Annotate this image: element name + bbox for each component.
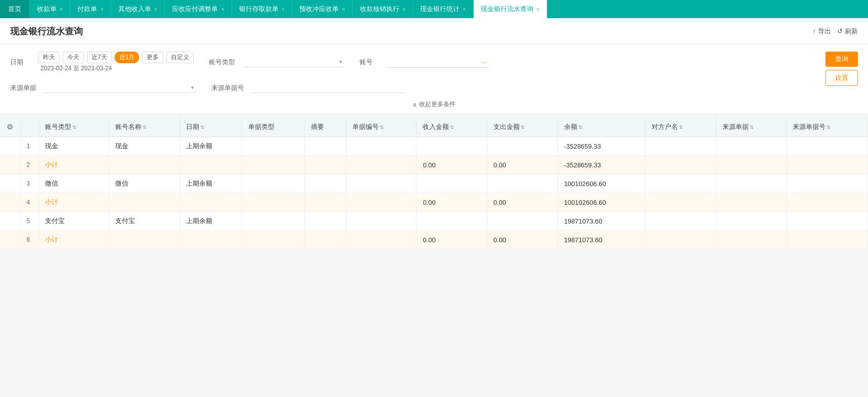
doc-type-cell bbox=[242, 212, 305, 231]
account-type-cell: 小计 bbox=[38, 231, 109, 249]
col-account-type-header[interactable]: 账号类型⇅ bbox=[38, 117, 109, 137]
col-expense-header[interactable]: 支出金额⇅ bbox=[487, 117, 558, 137]
table-row: 1现金现金上期余额-3528659.33 bbox=[0, 137, 868, 156]
close-icon[interactable]: × bbox=[536, 6, 539, 12]
close-icon[interactable]: × bbox=[402, 6, 405, 12]
settings-cell bbox=[0, 193, 20, 212]
tab-writeoff[interactable]: 收款核销执行 × bbox=[353, 0, 413, 18]
source-doc-cell bbox=[716, 212, 787, 231]
close-icon[interactable]: × bbox=[100, 6, 103, 12]
sort-icon: ⇅ bbox=[72, 124, 76, 130]
col-summary-header[interactable]: 摘要 bbox=[304, 117, 346, 137]
date-custom[interactable]: 自定义 bbox=[166, 52, 194, 63]
source-doc-cell bbox=[716, 231, 787, 249]
date-today[interactable]: 今天 bbox=[63, 52, 84, 63]
close-icon[interactable]: × bbox=[282, 6, 285, 12]
nav-home[interactable]: 首页 bbox=[0, 0, 30, 18]
close-icon[interactable]: × bbox=[154, 6, 157, 12]
col-doc-type-header[interactable]: 单据类型 bbox=[242, 117, 305, 137]
sort-icon: ⇅ bbox=[380, 124, 384, 130]
account-type-cell: 现金 bbox=[38, 137, 109, 156]
tab-adjustment[interactable]: 应收应付调整单 × bbox=[165, 0, 232, 18]
balance-cell: 100102606.60 bbox=[558, 193, 646, 212]
doc-no-cell bbox=[346, 156, 417, 174]
date-yesterday[interactable]: 昨天 bbox=[38, 52, 60, 63]
counterpart-cell bbox=[646, 174, 716, 193]
sort-icon: ⇅ bbox=[521, 124, 525, 130]
source-doc-no-cell bbox=[787, 174, 868, 193]
balance-cell: 100102606.60 bbox=[558, 174, 646, 193]
settings-cell bbox=[0, 156, 20, 174]
doc-type-cell bbox=[242, 174, 305, 193]
balance-cell: -3528659.33 bbox=[558, 137, 646, 156]
export-icon: ↑ bbox=[813, 27, 816, 35]
tab-receipt[interactable]: 收款单 × bbox=[30, 0, 70, 18]
source-doc-no-cell bbox=[787, 137, 868, 156]
source-doc-label: 来源单据 bbox=[10, 83, 36, 93]
summary-cell bbox=[304, 231, 346, 249]
query-button[interactable]: 查询 bbox=[826, 52, 858, 67]
tab-bank-flow[interactable]: 现金银行流水查询 × bbox=[474, 0, 547, 18]
col-counterpart-header[interactable]: 对方户名⇅ bbox=[646, 117, 716, 137]
date-1month[interactable]: 近1月 bbox=[115, 52, 140, 63]
account-name-cell bbox=[109, 193, 180, 212]
index-cell: 2 bbox=[20, 156, 38, 174]
date-cell bbox=[179, 231, 242, 249]
tab-bank-deposit[interactable]: 银行存取款单 × bbox=[232, 0, 292, 18]
close-icon[interactable]: × bbox=[60, 6, 63, 12]
col-source-doc-no-header[interactable]: 来源单据号⇅ bbox=[787, 117, 868, 137]
doc-no-cell bbox=[346, 137, 417, 156]
doc-type-cell bbox=[242, 231, 305, 249]
col-income-header[interactable]: 收入金额⇅ bbox=[417, 117, 487, 137]
income-cell: 0.00 bbox=[417, 193, 487, 212]
tab-payment[interactable]: 付款单 × bbox=[70, 0, 111, 18]
sort-icon: ⇅ bbox=[750, 124, 754, 130]
summary-cell bbox=[304, 156, 346, 174]
col-settings-header[interactable]: ⚙ bbox=[0, 117, 20, 137]
col-date-header[interactable]: 日期⇅ bbox=[179, 117, 242, 137]
doc-no-cell bbox=[346, 193, 417, 212]
doc-no-cell bbox=[346, 212, 417, 231]
source-doc-no-input[interactable] bbox=[252, 83, 404, 93]
close-icon[interactable]: × bbox=[342, 6, 345, 12]
expense-cell: 0.00 bbox=[487, 193, 558, 212]
account-type-select[interactable]: 现金 微信 支付宝 bbox=[243, 57, 344, 67]
column-settings-icon[interactable]: ⚙ bbox=[7, 122, 13, 131]
account-no-ellipsis-button[interactable]: ··· bbox=[481, 58, 487, 66]
income-cell: 0.00 bbox=[417, 231, 487, 249]
date-more[interactable]: 更多 bbox=[142, 52, 163, 63]
expense-cell bbox=[487, 174, 558, 193]
date-cell: 上期余额 bbox=[179, 137, 242, 156]
col-balance-header[interactable]: 余额⇅ bbox=[558, 117, 646, 137]
balance-cell: 19871073.60 bbox=[558, 212, 646, 231]
refresh-button[interactable]: ↺ 刷新 bbox=[837, 27, 858, 36]
tab-other-income[interactable]: 其他收入单 × bbox=[111, 0, 165, 18]
date-7days[interactable]: 近7天 bbox=[87, 52, 112, 63]
table-row: 2小计0.000.00-3528659.33 bbox=[0, 156, 868, 174]
source-doc-cell bbox=[716, 193, 787, 212]
source-doc-cell bbox=[716, 156, 787, 174]
summary-cell bbox=[304, 137, 346, 156]
close-icon[interactable]: × bbox=[463, 6, 466, 12]
data-table: ⚙ 账号类型⇅ 账号名称⇅ 日期⇅ 单据类型 摘要 单据编号⇅ 收入金 bbox=[0, 117, 868, 249]
source-doc-select-wrapper: ▾ bbox=[44, 83, 196, 93]
source-doc-no-cell bbox=[787, 193, 868, 212]
collapse-filters-button[interactable]: ∧ 收起更多条件 bbox=[413, 100, 455, 109]
export-button[interactable]: ↑ 导出 bbox=[813, 27, 832, 36]
col-account-name-header[interactable]: 账号名称⇅ bbox=[109, 117, 180, 137]
col-source-doc-header[interactable]: 来源单据⇅ bbox=[716, 117, 787, 137]
source-doc-select[interactable] bbox=[44, 83, 196, 93]
tab-advance[interactable]: 预收冲应收单 × bbox=[292, 0, 352, 18]
date-label: 日期 bbox=[10, 58, 30, 67]
settings-button[interactable]: 设置 bbox=[826, 70, 858, 86]
col-doc-no-header[interactable]: 单据编号⇅ bbox=[346, 117, 417, 137]
summary-cell bbox=[304, 174, 346, 193]
table-row: 6小计0.000.0019871073.60 bbox=[0, 231, 868, 249]
account-no-input[interactable] bbox=[390, 58, 479, 66]
tab-bank-stat[interactable]: 现金银行统计 × bbox=[413, 0, 473, 18]
index-cell: 5 bbox=[20, 212, 38, 231]
counterpart-cell bbox=[646, 193, 716, 212]
account-type-label: 账号类型 bbox=[209, 58, 235, 67]
close-icon[interactable]: × bbox=[221, 6, 224, 12]
account-name-cell: 现金 bbox=[109, 137, 180, 156]
